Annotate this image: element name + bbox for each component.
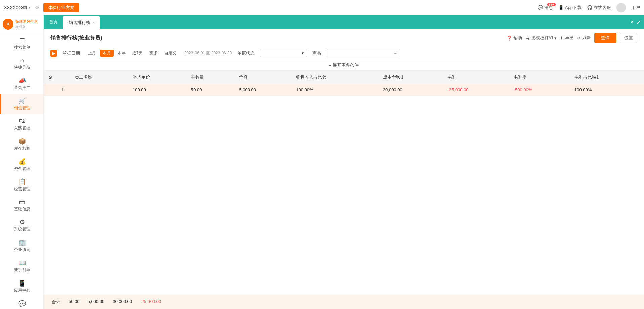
td-gross-rate: -500.00% xyxy=(510,84,570,96)
footer-gross: -25,000.00 xyxy=(136,298,165,306)
status-select[interactable]: ▾ xyxy=(260,49,307,57)
date-tab-7days[interactable]: 近7天 xyxy=(130,50,145,57)
sidebar-item-sales[interactable]: 🛒 销售管理 xyxy=(0,94,43,114)
data-table: ⚙ 员工名称 平均单价 主数量 全额 销售收入占比% 成本全额 ℹ 毛利 毛利率… xyxy=(44,71,644,96)
trial-button[interactable]: 体验行业方案 xyxy=(43,3,79,12)
td-rank: 1 xyxy=(57,84,71,96)
table-row: 1 100.00 50.00 5,000.00 100.00% 30,000.0… xyxy=(44,84,644,96)
sidebar-item-finance[interactable]: 💰 资金管理 xyxy=(0,155,43,175)
online-service-label: 在线客服 xyxy=(594,5,611,11)
sidebar-item-purchase[interactable]: 🛍 采购管理 xyxy=(0,114,43,134)
logo-text-area: 畅康通好生意 标准版 xyxy=(15,19,38,29)
tab-label: 销售排行榜 xyxy=(69,20,90,26)
date-tab-this-year[interactable]: 本年 xyxy=(115,50,128,57)
sidebar-item-enterprise[interactable]: 🏢 企业协同 xyxy=(0,236,43,256)
settings-icon[interactable]: ⚙ xyxy=(35,4,39,11)
search-order-icon: ☰ xyxy=(19,37,25,44)
refresh-label: 刷新 xyxy=(582,35,591,41)
status-chevron-icon: ▾ xyxy=(302,51,304,56)
sidebar-label-sales: 销售管理 xyxy=(14,106,30,111)
export-button[interactable]: ⬇ 导出 xyxy=(560,35,574,41)
sidebar-label-enterprise: 企业协同 xyxy=(14,247,30,253)
inventory-icon: 📦 xyxy=(18,138,26,145)
date-tab-custom[interactable]: 自定义 xyxy=(162,50,179,57)
sidebar-item-search-order[interactable]: ☰ 搜索菜单 xyxy=(0,33,43,54)
sidebar-item-guide[interactable]: 📖 新手引导 xyxy=(0,256,43,276)
sidebar-label-basic-info: 基础信息 xyxy=(14,207,30,212)
sidebar-label-purchase: 采购管理 xyxy=(14,125,30,131)
sidebar-label-marketing: 营销推广 xyxy=(14,85,30,91)
expand-more-btn[interactable]: ▾ 展开更多条件 xyxy=(50,60,637,70)
top-bar-right: 💬 消息 99+ 📱 App下载 🎧 在线客服 用户 xyxy=(538,3,640,12)
th-settings[interactable]: ⚙ xyxy=(44,71,57,84)
date-tab-more[interactable]: 更多 xyxy=(147,50,160,57)
tab-home[interactable]: 首页 xyxy=(44,15,63,29)
app-download-button[interactable]: 📱 App下载 xyxy=(558,5,582,11)
guide-icon: 📖 xyxy=(18,259,26,267)
th-avg-price: 平均单价 xyxy=(129,71,187,84)
expand-more-label: 展开更多条件 xyxy=(333,62,359,68)
goods-more-icon: ··· xyxy=(394,51,397,56)
status-label: 单据状态 xyxy=(237,50,255,56)
message-badge: 99+ xyxy=(547,3,556,6)
main-layout: ☀ 畅康通好生意 标准版 ☰ 搜索菜单 ⌂ 快捷导航 📣 营销推广 🛒 销售管理… xyxy=(0,15,644,309)
filter-toggle-icon: ▶ xyxy=(52,51,55,56)
sidebar-item-system[interactable]: ⚙ 系统管理 xyxy=(0,215,43,236)
footer-cost: 30,000.00 xyxy=(109,298,136,306)
print-button[interactable]: 🖨 按模板打印 ▾ xyxy=(525,35,557,41)
th-gross-pct: 毛利占比% ℹ xyxy=(570,71,644,84)
filter-row: ▶ 单据日期 上月 本月 本年 近7天 更多 自定义 2023-06-01 至 … xyxy=(50,46,637,60)
sidebar-label-finance: 资金管理 xyxy=(14,166,30,172)
date-tab-last-month[interactable]: 上月 xyxy=(85,50,99,57)
tab-sales-rank[interactable]: 销售排行榜 × xyxy=(63,16,100,30)
wechat-icon: 💬 xyxy=(18,300,26,307)
window-maximize-icon[interactable]: ⤢ xyxy=(636,19,641,25)
page-actions: ❓ 帮助 🖨 按模板打印 ▾ ⬇ 导出 ↺ xyxy=(507,33,637,43)
window-close-icon[interactable]: × xyxy=(631,19,634,25)
refresh-button[interactable]: ↺ 刷新 xyxy=(577,35,591,41)
system-icon: ⚙ xyxy=(19,218,25,226)
footer-label: 合计 xyxy=(48,298,65,306)
goods-input[interactable]: ··· xyxy=(327,49,400,57)
sidebar-item-operations[interactable]: 📋 经营管理 xyxy=(0,175,43,195)
company-name: XXXXX公司 xyxy=(4,5,27,11)
sidebar-label-operations: 经营管理 xyxy=(14,187,30,192)
sidebar-item-inventory[interactable]: 📦 库存核算 xyxy=(0,134,43,155)
th-total: 全额 xyxy=(235,71,292,84)
th-gross: 毛利 xyxy=(443,71,509,84)
sidebar-label-system: 系统管理 xyxy=(14,227,30,232)
sidebar-item-quick-nav[interactable]: ⌂ 快捷导航 xyxy=(0,54,43,74)
sidebar-item-wechat[interactable]: 💬 企业微信 xyxy=(0,297,43,309)
page-content: 销售排行榜(按业务员) ❓ 帮助 🖨 按模板打印 ▾ ⬇ xyxy=(44,29,644,309)
td-total: 5,000.00 xyxy=(235,84,292,96)
page-header: 销售排行榜(按业务员) ❓ 帮助 🖨 按模板打印 ▾ ⬇ xyxy=(44,29,644,71)
app-center-icon: 📱 xyxy=(18,279,26,287)
td-employee xyxy=(71,84,129,96)
message-icon: 💬 xyxy=(538,5,543,10)
th-sales-pct: 销售收入占比% xyxy=(292,71,379,84)
expand-more-icon: ▾ xyxy=(329,63,331,68)
sidebar-item-marketing[interactable]: 📣 营销推广 xyxy=(0,73,43,94)
headset-icon: 🎧 xyxy=(587,5,592,10)
enterprise-icon: 🏢 xyxy=(18,239,26,246)
logo-icon: ☀ xyxy=(3,19,13,30)
table-container: ⚙ 员工名称 平均单价 主数量 全额 销售收入占比% 成本全额 ℹ 毛利 毛利率… xyxy=(44,71,644,295)
filter-toggle-btn[interactable]: ▶ xyxy=(50,50,57,57)
company-selector[interactable]: XXXXX公司 ▾ xyxy=(4,5,31,11)
username-text: 用户 xyxy=(631,5,640,11)
online-service-button[interactable]: 🎧 在线客服 xyxy=(587,5,611,11)
date-tab-this-month[interactable]: 本月 xyxy=(100,50,114,57)
query-button[interactable]: 查询 xyxy=(594,33,616,43)
help-button[interactable]: ❓ 帮助 xyxy=(507,35,522,41)
settings-button[interactable]: 设置 xyxy=(620,33,637,43)
sidebar-item-basic-info[interactable]: 🗃 基础信息 xyxy=(0,195,43,215)
purchase-icon: 🛍 xyxy=(19,117,25,124)
tab-close-icon[interactable]: × xyxy=(92,21,94,25)
date-tabs: 上月 本月 本年 近7天 更多 自定义 xyxy=(85,50,179,57)
avatar[interactable] xyxy=(616,3,626,12)
message-button[interactable]: 💬 消息 99+ xyxy=(538,5,553,11)
sidebar-item-app-center[interactable]: 📱 应用中心 xyxy=(0,276,43,297)
table-header-row: ⚙ 员工名称 平均单价 主数量 全额 销售收入占比% 成本全额 ℹ 毛利 毛利率… xyxy=(44,71,644,84)
operations-icon: 📋 xyxy=(18,178,26,186)
th-gross-rate: 毛利率 xyxy=(510,71,570,84)
